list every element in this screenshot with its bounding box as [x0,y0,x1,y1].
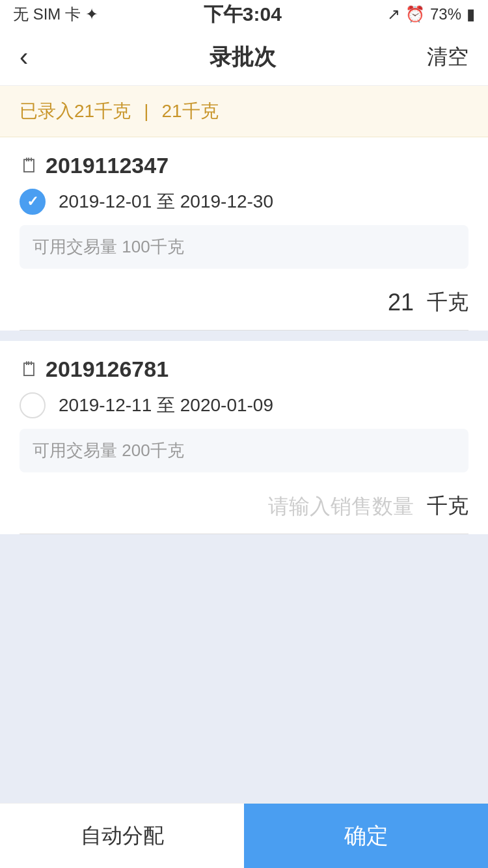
empty-area [0,534,488,834]
battery-icon: ▮ [467,5,475,23]
batch-icon-1: 🗒 [20,155,39,177]
batch-1-qty-unit: 千克 [427,288,468,317]
back-button[interactable]: ‹ [20,42,59,72]
batch-2-radio[interactable] [20,392,46,418]
content-scroll: 🗒 2019112347 2019-12-01 至 2019-12-30 可用交… [0,137,488,868]
sim-label: 无 SIM 卡 ✦ [13,4,98,25]
status-left: 无 SIM 卡 ✦ [13,4,98,25]
batch-2-header: 🗒 2019126781 [0,341,488,392]
batch-2-available: 可用交易量 200千克 [20,429,468,472]
batch-1-available: 可用交易量 100千克 [20,225,468,269]
batch-2-qty-input[interactable] [153,495,414,519]
location-icon: ↗ [387,5,400,23]
batch-1-date: 2019-12-01 至 2019-12-30 [59,189,273,214]
clear-button[interactable]: 清空 [427,43,468,72]
batch-2-number: 2019126781 [46,357,169,382]
batch-1-radio[interactable] [20,189,46,215]
status-bar: 无 SIM 卡 ✦ 下午3:04 ↗ ⏰ 73% ▮ [0,0,488,29]
batch-2-date-row: 2019-12-11 至 2020-01-09 [0,392,488,429]
batch-1-number: 2019112347 [46,153,169,178]
batch-card-2: 🗒 2019126781 2019-12-11 至 2020-01-09 可用交… [0,341,488,534]
footer: 自动分配 确定 [0,803,488,868]
batch-2-date: 2019-12-11 至 2020-01-09 [59,393,273,418]
confirm-button[interactable]: 确定 [244,804,488,868]
status-right: ↗ ⏰ 73% ▮ [387,5,475,23]
page-title: 录批次 [210,42,276,72]
summary-bar: 已录入21千克 | 21千克 [0,86,488,137]
batch-1-qty-row: 21 千克 [0,282,488,330]
batch-card-1: 🗒 2019112347 2019-12-01 至 2019-12-30 可用交… [0,137,488,331]
auto-distribute-button[interactable]: 自动分配 [0,804,244,868]
batch-1-date-row: 2019-12-01 至 2019-12-30 [0,189,488,225]
status-time: 下午3:04 [204,1,282,28]
battery-label: 73% [430,5,461,23]
batch-2-qty-row: 千克 [0,485,488,534]
card-separator-1 [0,331,488,341]
batch-icon-2: 🗒 [20,359,39,381]
nav-bar: ‹ 录批次 清空 [0,29,488,86]
summary-amount: 21千克 [161,99,218,124]
batch-1-qty-value: 21 [388,289,414,316]
alarm-icon: ⏰ [405,5,425,23]
batch-2-qty-unit: 千克 [427,492,468,521]
batch-1-header: 🗒 2019112347 [0,137,488,189]
recorded-label: 已录入21千克 [20,99,131,124]
summary-divider: | [144,101,148,122]
